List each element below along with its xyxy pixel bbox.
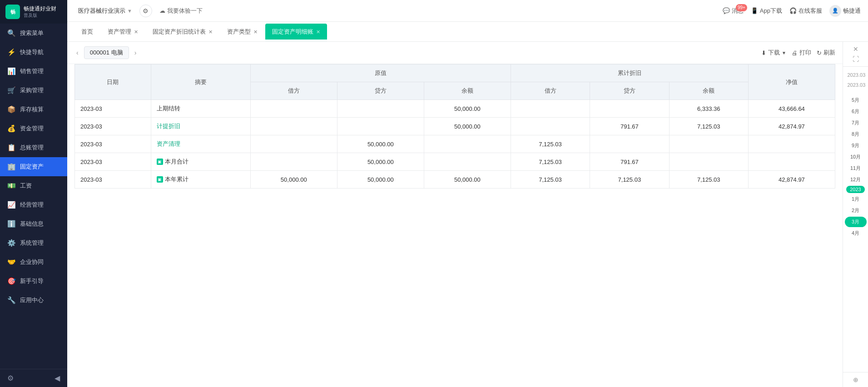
app-center-icon: 🔧 xyxy=(7,296,15,304)
tab-asset-types[interactable]: 资产类型 ✕ xyxy=(220,24,264,40)
cell-orig-debit xyxy=(250,153,337,171)
tab-asset-detail-close[interactable]: ✕ xyxy=(316,29,320,35)
guide-icon: 🎯 xyxy=(7,277,15,285)
topbar-right: 💬 消息 99+ 📱 App下载 🎧 在线客服 👤 畅捷通 xyxy=(723,5,861,17)
timeline-month-4[interactable]: 4月 xyxy=(845,228,867,238)
basic-info-icon: ℹ️ xyxy=(7,220,15,228)
timeline-month-10[interactable]: 10月 xyxy=(845,152,867,162)
prev-arrow[interactable]: ‹ xyxy=(74,48,80,57)
system-icon: ⚙️ xyxy=(7,239,15,247)
payroll-icon: 💵 xyxy=(7,182,15,190)
timeline-month-12[interactable]: 12月 xyxy=(845,174,867,185)
cell-orig-balance: 50,000.00 xyxy=(424,118,511,135)
timeline-month-7[interactable]: 7月 xyxy=(845,118,867,128)
sidebar-item-purchase[interactable]: 🛒 采购管理 xyxy=(0,81,67,100)
timeline-year-header-1[interactable]: 2023.03 xyxy=(845,70,867,79)
quick-nav-icon: ⚡ xyxy=(7,48,15,56)
cell-summary: ▣ 本月合计 xyxy=(151,153,250,171)
messages-button[interactable]: 💬 消息 99+ xyxy=(723,7,744,15)
download-button[interactable]: ⬇ 下载 ▼ xyxy=(761,49,786,57)
cell-acc-debit xyxy=(511,100,590,118)
timeline-month-5[interactable]: 5月 xyxy=(845,95,867,105)
sidebar-item-inventory[interactable]: 📦 库存核算 xyxy=(0,100,67,119)
sidebar-item-sales[interactable]: 📊 销售管理 xyxy=(0,62,67,81)
cell-orig-balance xyxy=(424,135,511,153)
cell-acc-balance xyxy=(669,153,748,171)
cell-orig-balance: 50,000.00 xyxy=(424,100,511,118)
logo-text: 畅捷通好业财 普及版 xyxy=(24,5,56,19)
main-area: 医疗器械行业演示 ▼ ⚙ ☁ 我要体验一下 💬 消息 99+ 📱 App下载 🎧… xyxy=(67,0,868,387)
tab-asset-detail[interactable]: 固定资产明细账 ✕ xyxy=(265,24,327,40)
expand-panel-icon[interactable]: ⛶ xyxy=(853,55,859,63)
cell-summary[interactable]: 计提折旧 xyxy=(151,118,250,135)
cell-net-value xyxy=(748,153,835,171)
collapse-icon[interactable]: ◀ xyxy=(55,374,60,382)
cell-summary[interactable]: 资产清理 xyxy=(151,135,250,153)
col-header-orig-value: 原值 xyxy=(250,64,511,82)
col-header-summary: 摘要 xyxy=(151,64,250,100)
refresh-button[interactable]: ↻ 刷新 xyxy=(817,49,835,57)
topbar-settings-button[interactable]: ⚙ xyxy=(139,5,152,17)
next-arrow[interactable]: › xyxy=(133,48,139,57)
cell-date: 2023-03 xyxy=(75,153,151,171)
yearly-total-label: ▣ 本年累计 xyxy=(157,175,188,184)
funds-icon: 💰 xyxy=(7,124,15,133)
sidebar-item-enterprise[interactable]: 🤝 企业协同 xyxy=(0,253,67,272)
table-wrapper: 日期 摘要 原值 累计折旧 净值 借方 贷方 余额 借方 贷方 余额 xyxy=(67,64,843,387)
right-panel-bottom: ⊕ xyxy=(843,372,868,387)
timeline-month-11[interactable]: 11月 xyxy=(845,163,867,174)
enterprise-icon: 🤝 xyxy=(7,258,15,266)
download-icon-btn: ⬇ xyxy=(761,50,766,56)
cell-orig-credit: 50,000.00 xyxy=(337,153,424,171)
cell-orig-debit: 50,000.00 xyxy=(250,171,337,189)
experience-button[interactable]: ☁ 我要体验一下 xyxy=(159,7,203,15)
customer-service-button[interactable]: 🎧 在线客服 xyxy=(789,7,822,15)
table-row-yearly: 2023-03 ▣ 本年累计 50,000.00 50,000.00 50,00… xyxy=(75,171,835,189)
tab-depreciation-stats-close[interactable]: ✕ xyxy=(208,29,213,35)
timeline-year-header-2[interactable]: 2023.03 xyxy=(845,80,867,89)
sidebar-item-basic-info[interactable]: ℹ️ 基础信息 xyxy=(0,214,67,233)
sidebar-item-ledger[interactable]: 📋 总账管理 xyxy=(0,138,67,157)
company-selector[interactable]: 医疗器械行业演示 ▼ xyxy=(74,5,136,17)
user-menu[interactable]: 👤 畅捷通 xyxy=(829,5,861,17)
sub-nav: ‹ 000001 电脑 › ⬇ 下载 ▼ 🖨 打印 ↻ 刷新 xyxy=(67,42,843,64)
timeline-month-9[interactable]: 9月 xyxy=(845,140,867,151)
timeline-month-3-active[interactable]: 3月 xyxy=(845,217,867,227)
cell-date: 2023-03 xyxy=(75,171,151,189)
table-row: 2023-03 上期结转 50,000.00 6,333.36 43,666.6… xyxy=(75,100,835,118)
yearly-icon: ▣ xyxy=(157,176,163,183)
sidebar-item-system[interactable]: ⚙️ 系统管理 xyxy=(0,233,67,253)
tab-assets-close[interactable]: ✕ xyxy=(134,29,138,35)
monthly-icon: ▣ xyxy=(157,159,163,165)
timeline-year-2023-badge[interactable]: 2023 xyxy=(846,186,864,193)
add-timeline-icon[interactable]: ⊕ xyxy=(853,376,858,383)
cell-net-value: 42,874.97 xyxy=(748,171,835,189)
timeline-month-8[interactable]: 8月 xyxy=(845,129,867,139)
logo-icon: 畅 xyxy=(5,5,20,19)
current-asset-nav[interactable]: 000001 电脑 xyxy=(84,46,129,59)
sidebar-item-quick-nav[interactable]: ⚡ 快捷导航 xyxy=(0,43,67,62)
tab-assets[interactable]: 资产管理 ✕ xyxy=(101,24,145,40)
cell-acc-balance: 6,333.36 xyxy=(669,100,748,118)
sidebar-item-fixed-assets[interactable]: 🏢 固定资产 xyxy=(0,157,67,176)
timeline-month-1[interactable]: 1月 xyxy=(845,194,867,204)
sidebar-item-funds[interactable]: 💰 资金管理 xyxy=(0,119,67,138)
timeline-scroll: 2023.03 2023.03 5月 6月 7月 8月 9月 10月 11月 1… xyxy=(843,67,868,372)
col-header-orig-balance: 余额 xyxy=(424,82,511,100)
close-panel-icon[interactable]: ✕ xyxy=(853,45,858,53)
sidebar-item-search[interactable]: 🔍 搜索菜单 xyxy=(0,24,67,43)
tab-depreciation-stats[interactable]: 固定资产折旧统计表 ✕ xyxy=(146,24,219,40)
timeline-month-6[interactable]: 6月 xyxy=(845,106,867,117)
tab-asset-types-close[interactable]: ✕ xyxy=(253,29,258,35)
app-download-button[interactable]: 📱 App下载 xyxy=(751,7,782,15)
sidebar-item-operations[interactable]: 📈 经营管理 xyxy=(0,195,67,214)
settings-bottom-icon[interactable]: ⚙ xyxy=(7,374,14,382)
tab-home[interactable]: 首页 xyxy=(74,24,100,40)
sidebar-item-payroll[interactable]: 💵 工资 xyxy=(0,176,67,195)
sidebar-item-guide[interactable]: 🎯 新手引导 xyxy=(0,272,67,291)
avatar: 👤 xyxy=(829,5,841,17)
cell-orig-debit xyxy=(250,118,337,135)
sidebar-item-app-center[interactable]: 🔧 应用中心 xyxy=(0,291,67,310)
print-button[interactable]: 🖨 打印 xyxy=(792,49,811,57)
timeline-month-2[interactable]: 2月 xyxy=(845,205,867,216)
